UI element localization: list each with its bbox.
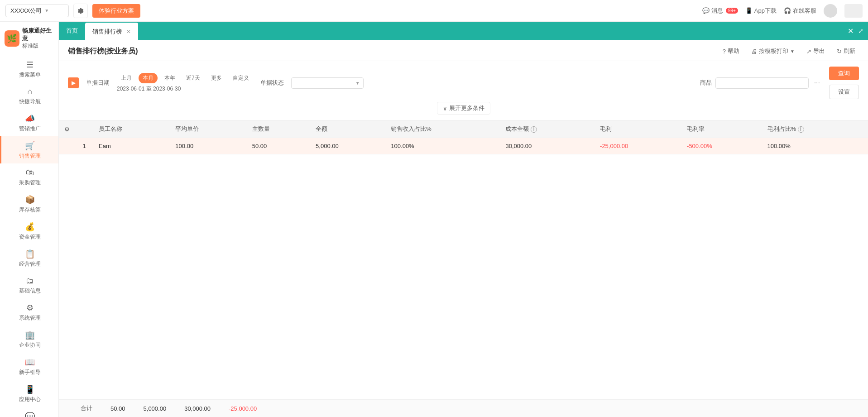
sidebar-item-enterprise-wechat[interactable]: 💬 企业微信 xyxy=(0,407,58,417)
question-icon: ? xyxy=(723,48,726,55)
th-main-qty: 主数量 xyxy=(247,120,310,138)
td-cost-amount: 30,000.00 xyxy=(500,138,595,154)
sidebar-item-search-order[interactable]: ☰ 搜索菜单 xyxy=(0,55,58,82)
sidebar-label-search-order: 搜索菜单 xyxy=(19,71,41,79)
home-icon: ⌂ xyxy=(28,87,33,96)
goods-input[interactable] xyxy=(715,77,809,89)
sidebar-item-sales[interactable]: 🛒 销售管理 xyxy=(0,136,58,163)
sidebar-item-finance[interactable]: 💰 资金管理 xyxy=(0,217,58,244)
sales-icon: 🛒 xyxy=(25,141,35,151)
logo-text: 畅康通好生意 标准版 xyxy=(22,27,54,49)
brand-name: 畅康通好生意 xyxy=(22,27,54,43)
industry-btn[interactable]: 体验行业方案 xyxy=(92,4,140,18)
sidebar-label-marketing: 营销推广 xyxy=(19,125,41,133)
th-gross-rate: 毛利率 xyxy=(681,120,762,138)
table-header: ⚙ 员工名称 平均单价 主数量 全额 销售收入占比% 成本全额 i 毛利 毛利率 xyxy=(59,120,868,138)
date-filter-group: 上月 本月 本年 近7天 更多 自定义 2023-06-01 至 2023-06… xyxy=(117,73,253,93)
filter-row-1: ▶ 单据日期 上月 本月 本年 近7天 更多 自定义 xyxy=(68,67,859,99)
headset-icon: 🎧 xyxy=(784,7,791,14)
sidebar-item-system[interactable]: ⚙ 系统管理 xyxy=(0,298,58,326)
table-footer: 合计 50.00 5,000.00 30,000.00 -25,000.00 xyxy=(59,399,868,417)
sidebar-item-purchase[interactable]: 🛍 采购管理 xyxy=(0,163,58,190)
goods-filter: 商品 ··· xyxy=(700,77,822,89)
footer-amount: 5,000.00 xyxy=(144,405,167,412)
print-btn[interactable]: 🖨 按模板打印 ▼ xyxy=(748,45,798,57)
sidebar-label-app-center: 应用中心 xyxy=(19,396,41,403)
th-rank xyxy=(75,120,93,138)
megaphone-icon: 📣 xyxy=(25,114,35,124)
th-gross-profit: 毛利 xyxy=(595,120,681,138)
expand-more-btn[interactable]: ∨ 展开更多条件 xyxy=(437,102,490,115)
brand-subtitle: 标准版 xyxy=(22,43,54,50)
sidebar-item-basic-info[interactable]: 🗂 基础信息 xyxy=(0,272,58,298)
sidebar-item-guide[interactable]: 📖 新手引导 xyxy=(0,353,58,380)
sidebar-logo: 🌿 畅康通好生意 标准版 xyxy=(0,22,58,55)
company-selector[interactable]: XXXXX公司 ▼ xyxy=(5,5,69,17)
tab-bar: 首页 销售排行榜 ✕ ✕ ⤢ xyxy=(59,22,868,40)
date-tab-current-year[interactable]: 本年 xyxy=(160,73,179,83)
date-tab-7days[interactable]: 近7天 xyxy=(182,73,204,83)
guide-icon: 📖 xyxy=(25,357,35,367)
finance-icon: 💰 xyxy=(25,222,35,232)
td-avg-price: 100.00 xyxy=(170,138,246,154)
sidebar-item-inventory[interactable]: 📦 库存核算 xyxy=(0,190,58,217)
app-download-item[interactable]: 📱 App下载 xyxy=(745,7,777,15)
date-tab-more[interactable]: 更多 xyxy=(207,73,226,83)
td-gross-rate: -500.00% xyxy=(681,138,762,154)
gross-pct-info-icon[interactable]: i xyxy=(798,126,804,133)
tab-bar-right: ✕ ⤢ xyxy=(848,27,868,35)
date-tab-last-month[interactable]: 上月 xyxy=(117,73,136,83)
help-btn[interactable]: ? 帮助 xyxy=(719,45,743,57)
window-close-icon[interactable]: ✕ xyxy=(848,27,854,35)
app-download-icon: 📱 xyxy=(745,7,753,14)
top-right-area: 💬 消息 99+ 📱 App下载 🎧 在线客服 xyxy=(702,4,863,18)
td-settings xyxy=(59,138,75,154)
sidebar-label-guide: 新手引导 xyxy=(19,369,41,376)
footer-main-qty: 50.00 xyxy=(110,405,125,412)
export-btn[interactable]: ↗ 导出 xyxy=(803,45,829,57)
print-icon: 🖨 xyxy=(751,48,757,55)
date-tab-custom[interactable]: 自定义 xyxy=(229,73,253,83)
refresh-btn[interactable]: ↻ 刷新 xyxy=(833,45,859,57)
td-name: Eam xyxy=(93,138,170,154)
date-tab-current-month[interactable]: 本月 xyxy=(139,73,158,83)
sidebar-label-finance: 资金管理 xyxy=(19,233,41,241)
message-icon: 💬 xyxy=(702,7,710,14)
tab-home[interactable]: 首页 xyxy=(59,22,85,40)
message-item[interactable]: 💬 消息 99+ xyxy=(702,7,738,15)
sidebar-item-app-center[interactable]: 📱 应用中心 xyxy=(0,380,58,407)
online-service-item[interactable]: 🎧 在线客服 xyxy=(784,7,816,15)
filter-settings-btn[interactable]: 设置 xyxy=(829,85,859,99)
sidebar-item-operations[interactable]: 📋 经营管理 xyxy=(0,244,58,272)
tab-close-icon[interactable]: ✕ xyxy=(126,29,131,35)
table-area: ⚙ 员工名称 平均单价 主数量 全额 销售收入占比% 成本全额 i 毛利 毛利率 xyxy=(59,120,868,399)
avatar[interactable] xyxy=(824,4,837,18)
query-settings-group: 查询 设置 xyxy=(829,67,859,99)
cost-info-icon[interactable]: i xyxy=(531,126,537,133)
top-settings-icon[interactable] xyxy=(73,4,88,18)
expand-row: ∨ 展开更多条件 xyxy=(68,99,859,115)
th-amount: 全额 xyxy=(310,120,385,138)
footer-label: 合计 xyxy=(64,404,92,412)
content-area: 首页 销售排行榜 ✕ ✕ ⤢ 销售排行榜(按业务员) xyxy=(59,22,868,417)
sidebar-label-operations: 经营管理 xyxy=(19,260,41,268)
sidebar-label-system: 系统管理 xyxy=(19,314,41,322)
search-icon: ☰ xyxy=(26,60,34,70)
system-icon: ⚙ xyxy=(26,303,34,313)
sidebar-label-sales: 销售管理 xyxy=(19,152,41,160)
user-name-area[interactable] xyxy=(844,4,863,18)
window-maximize-icon[interactable]: ⤢ xyxy=(858,27,863,34)
status-select[interactable] xyxy=(291,77,364,89)
basic-info-icon: 🗂 xyxy=(26,276,34,286)
sidebar-item-marketing[interactable]: 📣 营销推广 xyxy=(0,109,58,136)
goods-more-btn[interactable]: ··· xyxy=(812,79,822,87)
operations-icon: 📋 xyxy=(25,249,35,259)
sidebar-item-quick-nav[interactable]: ⌂ 快捷导航 xyxy=(0,82,58,109)
sidebar-item-enterprise-coop[interactable]: 🏢 企业协同 xyxy=(0,326,58,353)
data-table: ⚙ 员工名称 平均单价 主数量 全额 销售收入占比% 成本全额 i 毛利 毛利率 xyxy=(59,120,868,154)
inventory-icon: 📦 xyxy=(25,195,35,205)
filter-expand-arrow[interactable]: ▶ xyxy=(68,77,79,88)
enterprise-coop-icon: 🏢 xyxy=(25,330,35,340)
query-btn[interactable]: 查询 xyxy=(829,67,859,80)
tab-sales-ranking[interactable]: 销售排行榜 ✕ xyxy=(85,23,138,41)
